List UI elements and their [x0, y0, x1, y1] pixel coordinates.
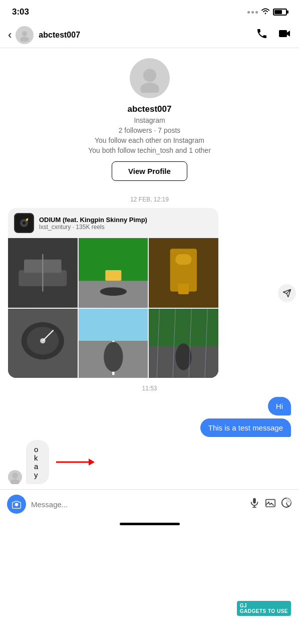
- status-icons: [247, 8, 287, 17]
- timestamp-2: 11:53: [8, 385, 291, 392]
- nav-bar: ‹ abctest007: [0, 22, 299, 48]
- watermark: GJGADGETS TO USE: [237, 601, 291, 616]
- received-section: okay: [8, 440, 291, 484]
- bubble-test: This is a test message: [200, 418, 291, 437]
- grid-image-6: [149, 309, 218, 378]
- battery-icon: [273, 9, 287, 16]
- profile-section: abctest007 Instagram 2 followers · 7 pos…: [0, 48, 299, 189]
- svg-rect-2: [279, 30, 287, 37]
- music-thumbnail: [14, 213, 34, 233]
- sent-message-hi: Hi: [8, 397, 291, 415]
- profile-username: abctest007: [128, 104, 172, 114]
- camera-button[interactable]: [7, 495, 26, 514]
- svg-point-1: [21, 36, 29, 41]
- status-bar: 3:03: [0, 0, 299, 22]
- svg-marker-39: [89, 459, 95, 466]
- svg-rect-41: [253, 498, 256, 504]
- timestamp-1: 12 FEB, 12:19: [8, 196, 291, 203]
- nav-avatar: [16, 26, 34, 44]
- input-bar: [0, 489, 299, 519]
- home-bar: [120, 523, 180, 525]
- bubble-hi: Hi: [268, 397, 291, 415]
- received-avatar: [8, 470, 22, 484]
- signal-icon: [247, 11, 258, 14]
- back-button[interactable]: ‹: [8, 27, 16, 44]
- svg-point-3: [143, 69, 156, 82]
- nav-username[interactable]: abctest007: [39, 31, 256, 40]
- gallery-icon[interactable]: [265, 497, 276, 511]
- home-indicator: [0, 519, 299, 527]
- svg-point-40: [15, 503, 19, 507]
- grid-image-2: [79, 238, 148, 308]
- svg-point-7: [23, 222, 26, 225]
- profile-stats: 2 followers · 7 posts: [119, 126, 181, 134]
- chat-area: 12 FEB, 12:19 ODIUM (feat. Kingpin Skinn…: [0, 196, 299, 378]
- sent-message-test: This is a test message: [8, 418, 291, 437]
- call-icon[interactable]: [256, 28, 268, 42]
- svg-point-0: [22, 31, 27, 36]
- svg-point-36: [12, 473, 18, 479]
- incoming-row-okay: okay: [8, 440, 291, 484]
- svg-point-37: [11, 479, 20, 484]
- svg-rect-15: [105, 270, 121, 281]
- profile-mutual: You both follow techin_tosh and 1 other: [88, 146, 211, 154]
- nav-actions: [256, 28, 291, 42]
- music-subtitle: lxst_cxntury · 135K reels: [39, 224, 147, 231]
- svg-rect-18: [176, 254, 192, 265]
- grid-image-1: [8, 238, 78, 308]
- music-title: ODIUM (feat. Kingpin Skinny Pimp): [39, 216, 147, 224]
- share-button[interactable]: [278, 284, 296, 302]
- svg-point-14: [100, 287, 126, 296]
- messages-section: 11:53 Hi This is a test message okay: [0, 385, 299, 484]
- grid-image-5: [79, 309, 148, 378]
- grid-image-4: [8, 309, 78, 378]
- message-input[interactable]: [31, 500, 244, 509]
- svg-point-4: [140, 83, 159, 93]
- bubble-okay: okay: [26, 440, 49, 484]
- music-card[interactable]: ODIUM (feat. Kingpin Skinny Pimp) lxst_c…: [8, 208, 218, 378]
- mic-icon[interactable]: [249, 497, 260, 511]
- image-grid: [8, 238, 218, 378]
- view-profile-button[interactable]: View Profile: [112, 161, 187, 181]
- profile-avatar-large: [130, 58, 170, 98]
- grid-image-3: [149, 238, 218, 308]
- sticker-icon[interactable]: [281, 497, 292, 511]
- wifi-icon: [261, 8, 270, 17]
- svg-rect-19: [178, 284, 189, 294]
- svg-point-28: [104, 342, 123, 372]
- status-time: 3:03: [12, 7, 29, 17]
- profile-platform: Instagram: [134, 116, 165, 124]
- video-call-icon[interactable]: [278, 28, 291, 42]
- profile-follow-info: You follow each other on Instagram: [95, 136, 204, 144]
- media-message-container: ODIUM (feat. Kingpin Skinny Pimp) lxst_c…: [8, 208, 291, 378]
